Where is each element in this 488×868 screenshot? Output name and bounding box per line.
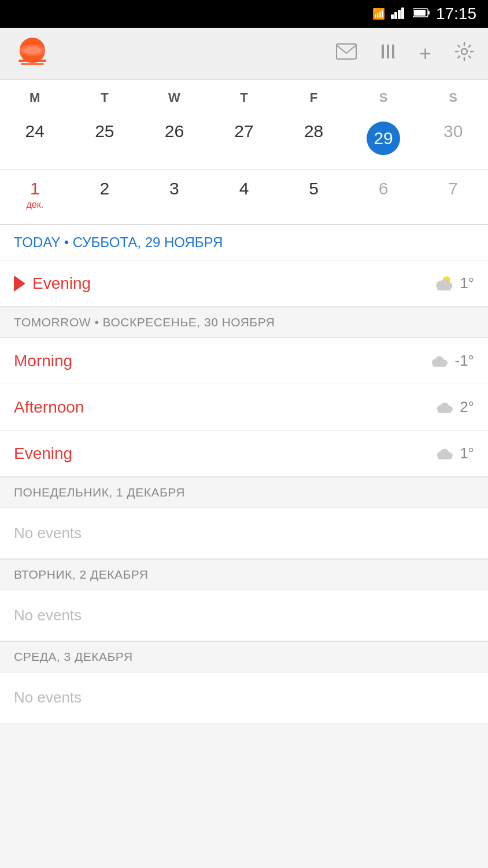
svg-point-9 [23, 47, 42, 54]
svg-rect-0 [391, 14, 394, 19]
svg-rect-11 [21, 63, 44, 65]
calendar-week-2: 1 дек. 2 3 4 5 6 7 [0, 170, 488, 225]
status-time: 17:15 [436, 5, 476, 23]
tomorrow-title: TOMORROW • ВОСКРЕСЕНЬЕ, 30 НОЯБРЯ [14, 315, 275, 329]
svg-rect-29 [438, 410, 452, 413]
tomorrow-evening-temp: 1° [460, 444, 474, 462]
day-25[interactable]: 25 [70, 117, 140, 160]
day-3[interactable]: 3 [139, 174, 209, 215]
day-label-mon: M [0, 86, 70, 110]
day-1-dec[interactable]: 1 дек. [0, 174, 70, 215]
monday-no-events-text: No events [14, 524, 82, 542]
tomorrow-morning-temp: -1° [454, 352, 474, 370]
tomorrow-morning-label: Morning [14, 352, 429, 370]
svg-rect-21 [437, 287, 451, 290]
day-26[interactable]: 26 [139, 117, 209, 160]
tomorrow-afternoon-event[interactable]: Afternoon 2° [0, 384, 488, 431]
svg-rect-6 [414, 10, 426, 16]
wednesday-no-events-text: No events [14, 689, 82, 706]
tomorrow-morning-event[interactable]: Morning -1° [0, 338, 488, 384]
day-27[interactable]: 27 [209, 117, 279, 160]
add-icon[interactable]: + [419, 42, 431, 66]
today-section: TODAY • СУББОТА, 29 НОЯБРЯ Evening 1° [0, 225, 488, 307]
today-sublabel: • СУББОТА, 29 НОЯБРЯ [60, 234, 223, 250]
day-6[interactable]: 6 [349, 174, 419, 215]
svg-rect-13 [382, 45, 384, 58]
cloud-sun-icon [432, 274, 455, 293]
svg-rect-5 [428, 11, 430, 14]
tuesday-header: ВТОРНИК, 2 ДЕКАБРЯ [0, 559, 488, 590]
svg-rect-33 [438, 456, 452, 459]
tuesday-no-events-text: No events [14, 606, 82, 624]
svg-rect-15 [392, 45, 394, 58]
day-5[interactable]: 5 [279, 174, 349, 215]
day-label-fri: F [279, 86, 349, 110]
svg-rect-14 [387, 45, 389, 58]
today-circle: 29 [367, 122, 400, 155]
tomorrow-afternoon-temp: 2° [460, 398, 474, 416]
tomorrow-evening-weather: 1° [434, 444, 474, 462]
tomorrow-evening-event[interactable]: Evening 1° [0, 431, 488, 477]
day-label-sat: S [349, 86, 419, 110]
tomorrow-afternoon-label: Afternoon [14, 398, 434, 417]
tuesday-no-events: No events [0, 590, 488, 641]
day-30[interactable]: 30 [418, 117, 488, 160]
today-title: TODAY • СУББОТА, 29 НОЯБРЯ [14, 234, 223, 250]
cloud-icon-afternoon [434, 399, 455, 415]
today-temp: 1° [460, 274, 474, 292]
monday-header: ПОНЕДЕЛЬНИК, 1 ДЕКАБРЯ [0, 477, 488, 508]
tomorrow-afternoon-weather: 2° [434, 398, 474, 416]
svg-point-16 [461, 49, 467, 54]
svg-rect-2 [398, 10, 401, 19]
monday-no-events: No events [0, 508, 488, 559]
tuesday-section: ВТОРНИК, 2 ДЕКАБРЯ No events [0, 559, 488, 641]
day-label-wed: W [139, 86, 209, 110]
day-24[interactable]: 24 [0, 117, 70, 160]
mail-icon[interactable] [336, 43, 357, 64]
status-bar: 📶 17:15 [0, 0, 488, 28]
status-icons: 📶 17:15 [372, 5, 476, 23]
tomorrow-morning-weather: -1° [429, 352, 474, 370]
svg-rect-3 [401, 8, 404, 19]
svg-rect-10 [19, 60, 46, 62]
wednesday-section: СРЕДА, 3 ДЕКАБРЯ No events [0, 641, 488, 723]
cloud-icon-morning [429, 353, 450, 369]
svg-rect-25 [433, 363, 446, 367]
app-logo [14, 34, 51, 73]
toolbar-actions: + [336, 42, 474, 66]
wednesday-no-events: No events [0, 672, 488, 723]
settings-icon[interactable] [454, 42, 474, 65]
day-label-tue: T [70, 86, 140, 110]
today-evening-label: Evening [32, 274, 432, 293]
today-header: TODAY • СУББОТА, 29 НОЯБРЯ [0, 225, 488, 260]
tomorrow-header: TOMORROW • ВОСКРЕСЕНЬЕ, 30 НОЯБРЯ [0, 307, 488, 338]
day-29-today[interactable]: 29 [349, 117, 419, 160]
day-2[interactable]: 2 [70, 174, 140, 215]
monday-section: ПОНЕДЕЛЬНИК, 1 ДЕКАБРЯ No events [0, 477, 488, 559]
today-label: TODAY [14, 234, 60, 250]
day-7[interactable]: 7 [418, 174, 488, 215]
monday-title: ПОНЕДЕЛЬНИК, 1 ДЕКАБРЯ [14, 486, 185, 499]
tuesday-title: ВТОРНИК, 2 ДЕКАБРЯ [14, 568, 148, 581]
wifi-icon: 📶 [372, 8, 385, 20]
day-label-thu: T [209, 86, 279, 110]
cloud-icon-evening [434, 446, 455, 462]
signal-icon [391, 6, 407, 22]
tomorrow-section: TOMORROW • ВОСКРЕСЕНЬЕ, 30 НОЯБРЯ Mornin… [0, 307, 488, 477]
today-weather: 1° [432, 274, 474, 293]
svg-rect-12 [337, 44, 356, 59]
calendar-day-labels: M T W T F S S [0, 80, 488, 112]
app-toolbar: + [0, 28, 488, 80]
battery-icon [413, 8, 430, 21]
svg-rect-1 [394, 12, 397, 19]
tomorrow-evening-label: Evening [14, 444, 434, 463]
day-label-sun: S [418, 86, 488, 110]
day-28[interactable]: 28 [279, 117, 349, 160]
wednesday-header: СРЕДА, 3 ДЕКАБРЯ [0, 641, 488, 672]
calendar-week-1: 24 25 26 27 28 29 30 [0, 112, 488, 170]
bars-icon[interactable] [380, 43, 396, 64]
event-indicator-today [14, 275, 25, 292]
day-4[interactable]: 4 [209, 174, 279, 215]
wednesday-title: СРЕДА, 3 ДЕКАБРЯ [14, 650, 133, 663]
today-evening-event[interactable]: Evening 1° [0, 260, 488, 307]
